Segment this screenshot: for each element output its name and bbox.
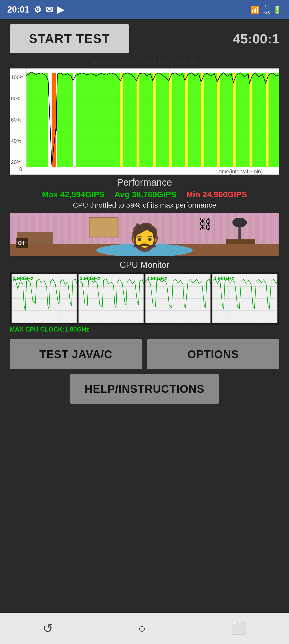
svg-rect-35	[201, 73, 204, 167]
svg-rect-18	[26, 73, 48, 167]
cpu-core-3-freq: 0.98GHz	[146, 275, 167, 282]
svg-rect-38	[220, 73, 233, 167]
ad-banner[interactable]: 🧔 ⛓ 0+	[10, 213, 279, 256]
stat-avg: Avg 38,760GIPS	[114, 190, 177, 199]
bottom-nav: ↺ ○ ⬜	[0, 613, 289, 644]
status-bar-left: 20:01 ⚙ ✉ ▶	[7, 4, 64, 15]
svg-rect-20	[52, 73, 56, 167]
svg-rect-24	[76, 73, 120, 167]
stat-max: Max 42,594GIPS	[42, 190, 105, 199]
performance-graph: 100% 80% 60% 40% 20% 0	[10, 68, 279, 174]
svg-rect-27	[137, 73, 139, 167]
throttle-text: CPU throttled to 59% of its max performa…	[10, 201, 279, 209]
timer-display: 45:00:1	[233, 31, 279, 46]
svg-rect-36	[204, 73, 217, 167]
svg-rect-23	[73, 73, 76, 167]
ad-chain: ⛓	[199, 216, 212, 232]
svg-rect-34	[188, 73, 201, 167]
svg-rect-39	[233, 73, 236, 167]
ad-badge: 0+	[16, 238, 28, 248]
performance-section: Performance Max 42,594GIPS Avg 38,760GIP…	[10, 177, 279, 209]
svg-text:time(interval 5min): time(interval 5min)	[219, 168, 263, 174]
svg-rect-26	[123, 73, 137, 167]
top-row: START TEST 45:00:1	[10, 24, 279, 53]
performance-title: Performance	[10, 177, 279, 188]
cpu-cores-grid: 0.98GHz 0.98GHz	[10, 272, 279, 324]
svg-rect-30	[156, 73, 169, 167]
svg-rect-28	[139, 73, 153, 167]
svg-text:80%: 80%	[11, 96, 21, 102]
cpu-monitor-title: CPU Monitor	[10, 260, 279, 270]
cpu-core-4-freq: 0.98GHz	[213, 275, 234, 282]
ad-character: 🧔	[128, 222, 161, 253]
wifi-icon: 📶	[251, 6, 259, 14]
svg-rect-55	[226, 240, 255, 244]
svg-rect-40	[236, 73, 250, 167]
cpu-core-1: 0.98GHz	[11, 274, 77, 322]
cpu-core-1-freq: 0.98GHz	[12, 275, 33, 282]
recent-button[interactable]: ⬜	[231, 621, 246, 636]
network-speed: 0 B/s	[262, 4, 270, 16]
mail-icon: ✉	[46, 4, 53, 15]
svg-text:60%: 60%	[11, 117, 21, 123]
stat-min: Min 24,960GIPS	[186, 190, 247, 199]
svg-text:20%: 20%	[11, 159, 21, 165]
svg-rect-44	[269, 73, 279, 167]
graph-title: performance over time graph	[10, 58, 279, 67]
test-java-c-button[interactable]: TEST JAVA/C	[10, 339, 142, 369]
svg-rect-52	[89, 218, 118, 237]
media-icon: ▶	[57, 4, 64, 15]
svg-text:0: 0	[19, 166, 22, 172]
svg-rect-22	[57, 73, 73, 167]
cpu-core-2-freq: 0.98GHz	[79, 275, 100, 282]
svg-rect-42	[252, 73, 266, 167]
help-btn-container: HELP/INSTRUCTIONS	[10, 374, 279, 404]
buttons-row: TEST JAVA/C OPTIONS	[10, 339, 279, 369]
svg-rect-29	[153, 73, 156, 167]
svg-rect-43	[266, 73, 269, 167]
back-button[interactable]: ↺	[43, 621, 53, 636]
cpu-core-4: 0.98GHz	[212, 274, 278, 322]
max-cpu-clock: MAX CPU CLOCK:1.80GHz	[10, 324, 279, 334]
options-button[interactable]: OPTIONS	[147, 339, 279, 369]
status-bar-right: 📶 0 B/s 🔋	[251, 4, 282, 16]
cpu-monitor-section: CPU Monitor 0.98GHz	[10, 260, 279, 334]
svg-rect-32	[172, 73, 185, 167]
status-bar: 20:01 ⚙ ✉ ▶ 📶 0 B/s 🔋	[0, 0, 289, 19]
cpu-core-2: 0.98GHz	[78, 274, 144, 322]
svg-rect-25	[120, 73, 123, 167]
home-button[interactable]: ○	[138, 621, 146, 636]
svg-rect-41	[250, 73, 252, 167]
svg-point-54	[232, 218, 247, 227]
svg-text:40%: 40%	[11, 138, 21, 144]
settings-icon: ⚙	[34, 4, 41, 15]
help-instructions-button[interactable]: HELP/INSTRUCTIONS	[70, 374, 219, 404]
status-time: 20:01	[7, 4, 29, 15]
performance-stats: Max 42,594GIPS Avg 38,760GIPS Min 24,960…	[10, 190, 279, 199]
battery-icon: 🔋	[273, 6, 282, 14]
svg-rect-31	[169, 73, 172, 167]
start-test-button[interactable]: START TEST	[10, 24, 129, 53]
svg-rect-33	[185, 73, 188, 167]
main-content: START TEST 45:00:1 performance over time…	[0, 19, 289, 414]
cpu-core-3: 0.98GHz	[145, 274, 211, 322]
svg-rect-37	[217, 73, 220, 167]
svg-text:100%: 100%	[11, 74, 24, 80]
